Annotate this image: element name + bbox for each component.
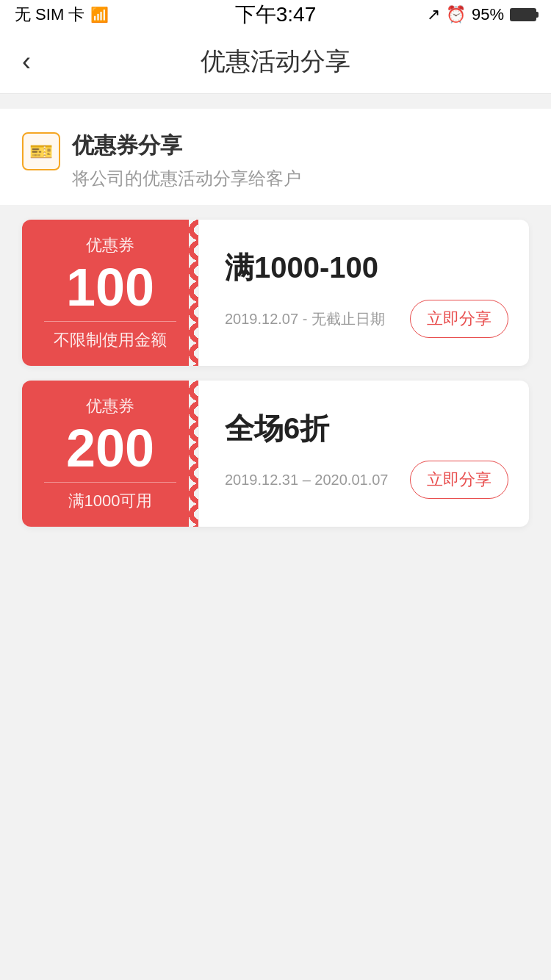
coupon-condition-0: 不限制使用金额: [54, 329, 167, 351]
alarm-icon: ⏰: [446, 5, 466, 24]
coupon-card: 优惠券 100 不限制使用金额 满1000-100 2019.12.07 - 无…: [22, 220, 529, 366]
carrier-label: 无 SIM 卡: [15, 4, 84, 26]
section-header: 🎫 优惠券分享 将公司的优惠活动分享给客户: [0, 109, 551, 205]
coupon-right-0: 满1000-100 2019.12.07 - 无截止日期 立即分享: [198, 220, 529, 366]
wifi-icon: 📶: [90, 6, 109, 24]
coupon-left-1: 优惠券 200 满1000可用: [22, 381, 198, 527]
section-subtitle: 将公司的优惠活动分享给客户: [72, 167, 301, 190]
coupon-date-0: 2019.12.07 - 无截止日期: [225, 309, 401, 329]
section-icon: 🎫: [22, 132, 60, 170]
coupon-meta-1: 2019.12.31 – 2020.01.07 立即分享: [225, 461, 508, 499]
status-right: ↗ ⏰ 95%: [427, 5, 536, 24]
coupon-condition-1: 满1000可用: [68, 490, 153, 512]
coupon-divider-0: [44, 321, 176, 322]
coupon-emoji-icon: 🎫: [29, 140, 53, 163]
coupon-card: 优惠券 200 满1000可用 全场6折 2019.12.31 – 2020.0…: [22, 381, 529, 527]
page-title: 优惠活动分享: [201, 45, 350, 79]
status-bar: 无 SIM 卡 📶 下午3:47 ↗ ⏰ 95%: [0, 0, 551, 29]
coupon-label-0: 优惠券: [86, 234, 134, 256]
location-icon: ↗: [427, 5, 440, 24]
status-left: 无 SIM 卡 📶: [15, 4, 109, 26]
coupon-left-0: 优惠券 100 不限制使用金额: [22, 220, 198, 366]
coupon-divider-1: [44, 482, 176, 483]
section-text: 优惠券分享 将公司的优惠活动分享给客户: [72, 131, 301, 190]
coupon-list: 优惠券 100 不限制使用金额 满1000-100 2019.12.07 - 无…: [0, 205, 551, 541]
coupon-amount-0: 100: [66, 261, 154, 314]
back-button[interactable]: ‹: [22, 46, 31, 77]
nav-bar: ‹ 优惠活动分享: [0, 29, 551, 94]
coupon-amount-1: 200: [66, 422, 154, 475]
section-title: 优惠券分享: [72, 131, 301, 161]
coupon-title-0: 满1000-100: [225, 248, 508, 288]
battery-icon: [510, 8, 536, 21]
coupon-right-1: 全场6折 2019.12.31 – 2020.01.07 立即分享: [198, 381, 529, 527]
coupon-label-1: 优惠券: [86, 395, 134, 417]
share-button-0[interactable]: 立即分享: [410, 300, 508, 338]
status-time: 下午3:47: [235, 1, 317, 29]
share-button-1[interactable]: 立即分享: [410, 461, 508, 499]
battery-label: 95%: [472, 5, 504, 24]
coupon-title-1: 全场6折: [225, 408, 508, 449]
coupon-date-1: 2019.12.31 – 2020.01.07: [225, 472, 401, 489]
coupon-meta-0: 2019.12.07 - 无截止日期 立即分享: [225, 300, 508, 338]
